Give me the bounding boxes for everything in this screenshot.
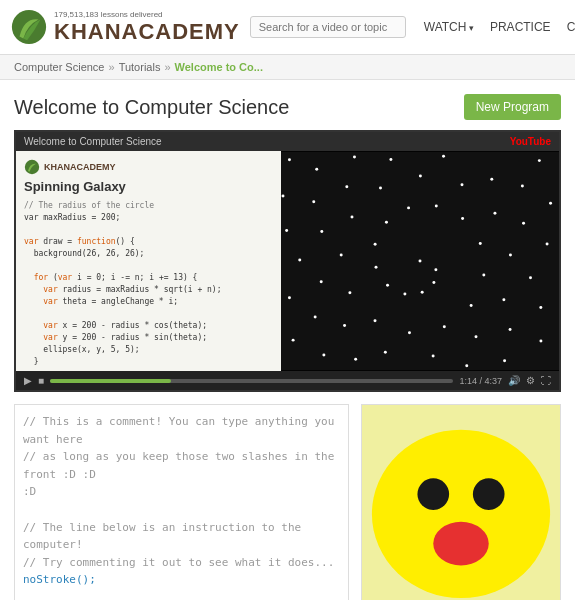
svg-point-52 [503,359,506,362]
mini-logo-text: KHANACADEMY [44,162,116,172]
youtube-label: YouTube [510,136,551,147]
logo-tagline: 179,513,183 lessons delivered [54,10,240,19]
video-code-panel: KHANACADEMY Spinning Galaxy // The radiu… [16,151,281,371]
svg-point-60 [281,195,284,198]
svg-point-59 [292,339,295,342]
svg-point-34 [320,280,323,283]
settings-icon[interactable]: ⚙ [526,375,535,386]
search-input[interactable] [250,16,406,38]
code-line-1: // This is a comment! You can type anyth… [23,413,340,448]
code-line-5: // The line below is an instruction to t… [23,519,340,554]
logo-name: KHANACADEMY [54,19,240,45]
svg-point-15 [479,242,482,245]
video-canvas: // This will be done in JS below [281,151,559,371]
svg-point-58 [539,339,542,342]
video-body: KHANACADEMY Spinning Galaxy // The radiu… [16,151,559,371]
svg-point-9 [375,266,378,269]
svg-point-22 [340,254,343,257]
svg-point-38 [442,155,445,158]
svg-point-5 [432,281,435,284]
svg-point-64 [372,430,550,598]
svg-point-21 [348,291,351,294]
svg-point-25 [419,175,422,178]
svg-point-42 [509,328,512,331]
svg-point-13 [435,205,438,208]
svg-point-18 [443,325,446,328]
video-container: Welcome to Computer Science YouTube KHAN… [14,130,561,392]
svg-point-17 [470,304,473,307]
svg-point-57 [549,202,552,205]
svg-point-4 [434,268,437,271]
svg-point-29 [502,298,505,301]
mini-logo-icon [24,159,40,175]
svg-point-62 [288,158,291,161]
code-line-6: // Try commenting it out to see what it … [23,554,340,572]
video-inner: Welcome to Computer Science YouTube KHAN… [16,132,559,390]
code-line-2: // as long as you keep those two slashes… [23,448,340,483]
svg-point-8 [386,284,389,287]
video-code-title: Spinning Galaxy [24,179,273,194]
play-button[interactable]: ▶ [24,375,32,386]
svg-point-48 [353,155,356,158]
svg-point-44 [354,358,357,361]
svg-point-41 [529,276,532,279]
video-top-bar: Welcome to Computer Science YouTube [16,132,559,151]
svg-point-51 [539,306,542,309]
page-title: Welcome to Computer Science [14,96,289,119]
svg-point-16 [482,274,485,277]
svg-point-36 [345,185,348,188]
logo-area: 179,513,183 lessons delivered KHANACADEM… [10,8,240,46]
breadcrumb-tutorials[interactable]: Tutorials [119,61,161,73]
page-content: Welcome to Computer Science New Program … [0,80,575,600]
svg-point-19 [408,331,411,334]
stop-button[interactable]: ■ [38,375,44,386]
svg-point-67 [433,522,488,566]
svg-point-39 [490,178,493,181]
svg-point-40 [522,222,525,225]
breadcrumb-computer-science[interactable]: Computer Science [14,61,105,73]
svg-point-65 [417,478,449,510]
svg-point-11 [385,221,388,224]
svg-point-47 [312,200,315,203]
canvas-preview [361,404,561,600]
svg-point-3 [419,260,422,263]
svg-point-43 [465,364,468,367]
svg-point-61 [538,159,541,162]
new-program-button[interactable]: New Program [464,94,561,120]
svg-point-55 [285,229,288,232]
volume-icon[interactable]: 🔊 [508,375,520,386]
svg-point-49 [521,184,524,187]
svg-point-53 [322,354,325,357]
svg-point-66 [473,478,505,510]
svg-point-27 [493,212,496,215]
code-line-8 [23,589,340,600]
progress-fill [50,379,171,383]
code-editor-panel[interactable]: // This is a comment! You can type anyth… [14,404,349,600]
svg-point-14 [461,217,464,220]
video-top-title: Welcome to Computer Science [24,136,162,147]
smiley-svg [362,405,560,600]
svg-point-6 [421,291,424,294]
svg-point-12 [407,206,410,209]
svg-point-30 [475,335,478,338]
svg-point-33 [343,324,346,327]
svg-point-23 [351,215,354,218]
header: 179,513,183 lessons delivered KHANACADEM… [0,0,575,55]
breadcrumb: Computer Science » Tutorials » Welcome t… [0,55,575,80]
logo-icon [10,8,48,46]
code-area: // This is a comment! You can type anyth… [14,404,561,600]
svg-point-56 [315,168,318,171]
nav-items: WATCH PRACTICE COACH VOL... [416,16,575,38]
nav-practice[interactable]: PRACTICE [482,16,559,38]
fullscreen-icon[interactable]: ⛶ [541,375,551,386]
video-controls: ▶ ■ 1:14 / 4:37 🔊 ⚙ ⛶ [16,371,559,390]
svg-point-45 [314,316,317,319]
nav-watch[interactable]: WATCH [416,16,482,38]
svg-point-28 [509,253,512,256]
svg-point-20 [374,319,377,322]
page-header: Welcome to Computer Science New Program [14,94,561,120]
nav-coach[interactable]: COACH [559,16,575,38]
progress-bar[interactable] [50,379,453,383]
breadcrumb-current: Welcome to Co... [175,61,263,73]
svg-point-46 [298,258,301,261]
